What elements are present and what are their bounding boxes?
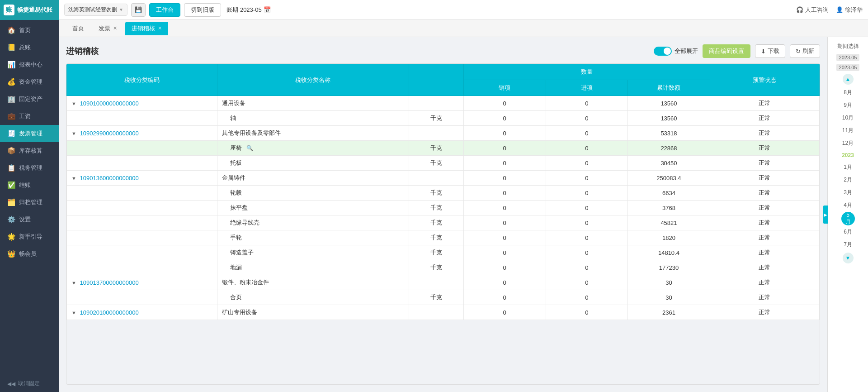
expand-icon[interactable]: ▼ <box>71 280 76 286</box>
cell-purchase: 0 <box>546 215 628 230</box>
logo-icon: 账 <box>4 5 14 15</box>
cell-status: 正常 <box>710 215 819 230</box>
toggle-expand-switch[interactable] <box>654 47 672 56</box>
cell-name: 铸造盖子 <box>217 245 409 260</box>
cell-purchase: 0 <box>546 275 628 290</box>
cell-name: 手轮 <box>217 230 409 245</box>
sidebar-item-settings[interactable]: ⚙️ 设置 <box>0 211 59 228</box>
cell-code: ▼ 109020100000000000 <box>67 305 217 320</box>
download-button[interactable]: ⬇ 下载 <box>755 44 785 58</box>
month-8[interactable]: 8月 <box>830 86 865 99</box>
sidebar-unpin[interactable]: ◀◀ 取消固定 <box>0 375 59 392</box>
data-table-container: 税收分类编码 税收分类名称 数量 预警状态 销项 进项 累计数额 <box>66 63 820 385</box>
cell-name: 地漏 <box>217 260 409 275</box>
refresh-icon: ↻ <box>796 48 801 55</box>
scroll-up-button[interactable]: ▲ <box>843 74 854 85</box>
expand-icon[interactable]: ▼ <box>71 131 76 136</box>
calendar-icon[interactable]: 📅 <box>264 6 271 13</box>
month-7[interactable]: 7月 <box>830 239 865 251</box>
month-6[interactable]: 6月 <box>830 226 865 238</box>
cell-status: 正常 <box>710 201 819 215</box>
sidebar-item-invoices[interactable]: 🧾 发票管理 <box>0 125 59 142</box>
save-icon: 💾 <box>135 6 142 13</box>
sidebar-item-home[interactable]: 🏠 首页 <box>0 22 59 39</box>
sidebar-item-inventory[interactable]: 📦 库存核算 <box>0 142 59 159</box>
cell-status: 正常 <box>710 305 819 320</box>
cell-unit: 千克 <box>409 230 463 245</box>
cell-sale: 0 <box>463 156 546 171</box>
sidebar-item-archive[interactable]: 🗂️ 归档管理 <box>0 194 59 211</box>
table-row: 抹平盘 千克 0 0 3768 正常 <box>67 201 820 215</box>
cell-code <box>67 230 217 245</box>
period-tag-1[interactable]: 2023.05 <box>836 54 860 61</box>
sidebar-item-guide[interactable]: 🌟 新手引导 <box>0 228 59 245</box>
panel-collapse-button[interactable]: ▶ <box>823 206 828 224</box>
month-2[interactable]: 2月 <box>830 174 865 186</box>
cell-sale: 0 <box>463 186 546 201</box>
cell-code <box>67 260 217 275</box>
sidebar-item-assets[interactable]: 🏢 固定资产 <box>0 91 59 108</box>
month-11[interactable]: 11月 <box>830 124 865 137</box>
scroll-down-button[interactable]: ▼ <box>843 253 854 263</box>
old-version-button[interactable]: 切到旧版 <box>184 3 221 17</box>
month-10[interactable]: 10月 <box>830 112 865 124</box>
topbar-right: 🎧 人工咨询 👤 徐泽华 <box>796 6 863 14</box>
save-button[interactable]: 💾 <box>131 3 146 17</box>
cell-sale: 0 <box>463 215 546 230</box>
col-sale: 销项 <box>463 80 546 96</box>
month-5-current[interactable]: 5月 <box>841 212 855 225</box>
cell-code <box>67 290 217 305</box>
cell-purchase: 0 <box>546 111 628 126</box>
payroll-icon: 💼 <box>7 112 15 120</box>
tab-check-close[interactable]: ✕ <box>158 25 162 31</box>
period-tag-2[interactable]: 2023.05 <box>836 64 860 71</box>
expand-icon[interactable]: ▼ <box>71 101 76 106</box>
tab-home[interactable]: 首页 <box>66 22 90 35</box>
expand-icon[interactable]: ▼ <box>71 310 76 316</box>
sidebar-item-ledger[interactable]: 📒 总账 <box>0 39 59 56</box>
month-12[interactable]: 12月 <box>830 137 865 149</box>
cell-unit <box>409 96 463 111</box>
cell-code: ▼ 109013600000000000 <box>67 171 217 186</box>
pin-icon: ◀◀ <box>7 381 15 387</box>
toggle-label: 全部展开 <box>675 47 698 55</box>
tab-check[interactable]: 进销稽核 ✕ <box>125 22 168 35</box>
sidebar-item-payroll[interactable]: 💼 工资 <box>0 108 59 125</box>
table-row: 轴 千克 0 0 13560 正常 <box>67 111 820 126</box>
sidebar-label-guide: 新手引导 <box>19 233 42 241</box>
user-info[interactable]: 👤 徐泽华 <box>836 6 863 14</box>
assets-icon: 🏢 <box>7 95 15 103</box>
sidebar-label-tax: 税务管理 <box>19 164 42 172</box>
sidebar-item-funds[interactable]: 💰 资金管理 <box>0 73 59 91</box>
page-title: 进销稽核 <box>66 46 99 57</box>
sidebar-item-reports[interactable]: 📊 报表中心 <box>0 56 59 73</box>
cell-total: 250083.4 <box>628 171 710 186</box>
tab-invoice[interactable]: 发票 ✕ <box>92 22 123 35</box>
workbench-button[interactable]: 工作台 <box>149 3 180 17</box>
sidebar-label-settlement: 结账 <box>19 181 31 189</box>
sidebar-item-tax[interactable]: 📋 税务管理 <box>0 159 59 177</box>
month-3[interactable]: 3月 <box>830 186 865 199</box>
company-selector[interactable]: 沈海英测试经营勿删 ▼ <box>64 4 127 16</box>
refresh-button[interactable]: ↻ 刷新 <box>790 44 820 58</box>
cell-status: 正常 <box>710 156 819 171</box>
month-4[interactable]: 4月 <box>830 199 865 211</box>
product-code-button[interactable]: 商品编码设置 <box>703 44 750 58</box>
tab-invoice-close[interactable]: ✕ <box>113 25 117 31</box>
cell-total: 3768 <box>628 201 710 215</box>
header-actions: 全部展开 商品编码设置 ⬇ 下载 ↻ 刷新 <box>654 44 820 58</box>
month-9[interactable]: 9月 <box>830 99 865 111</box>
expand-icon[interactable]: ▼ <box>71 176 76 181</box>
sidebar-item-settlement[interactable]: ✅ 结账 <box>0 177 59 194</box>
cell-purchase: 0 <box>546 141 628 156</box>
cell-purchase: 0 <box>546 245 628 260</box>
cell-total: 1820 <box>628 230 710 245</box>
service-button[interactable]: 🎧 人工咨询 <box>796 6 829 14</box>
cell-sale: 0 <box>463 126 546 141</box>
month-1[interactable]: 1月 <box>830 161 865 173</box>
cell-sale: 0 <box>463 275 546 290</box>
cell-status: 正常 <box>710 126 819 141</box>
guide-icon: 🌟 <box>7 233 15 241</box>
cell-sale: 0 <box>463 230 546 245</box>
sidebar-item-member[interactable]: 👑 畅会员 <box>0 245 59 263</box>
